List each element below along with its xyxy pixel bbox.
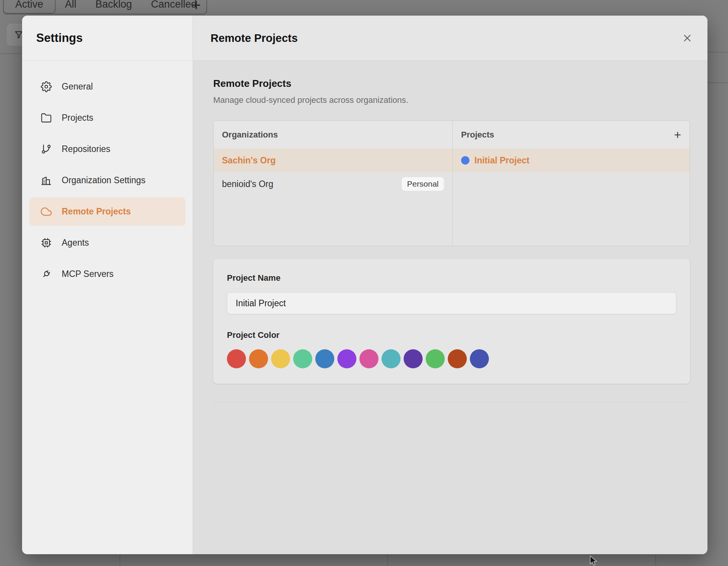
- sidebar-item-mcp-servers[interactable]: MCP Servers: [29, 260, 185, 288]
- section-divider: [213, 402, 690, 402]
- project-row-initial-project[interactable]: Initial Project: [453, 149, 690, 172]
- panel-title: Remote Projects: [211, 32, 298, 45]
- view-tab-bar: Active All Backlog Cancelled: [3, 0, 207, 14]
- close-button[interactable]: [679, 30, 696, 46]
- tab-backlog[interactable]: Backlog: [86, 0, 142, 14]
- color-swatch-teal[interactable]: [382, 349, 401, 368]
- projects-column: Projects + Initial Project: [453, 121, 690, 246]
- board-divider: [0, 53, 22, 54]
- section-subtitle: Manage cloud-synced projects across orga…: [213, 95, 690, 105]
- sidebar-item-label: Projects: [62, 113, 93, 123]
- panel-header: Remote Projects: [193, 16, 707, 61]
- board-column-divider: [120, 555, 120, 566]
- tab-active[interactable]: Active: [3, 0, 56, 14]
- settings-sidebar-header: Settings: [22, 16, 193, 61]
- organization-name: benioid's Org: [222, 179, 273, 189]
- plug-icon: [41, 269, 52, 280]
- color-swatch-mint[interactable]: [293, 349, 312, 368]
- settings-main-panel: Remote Projects Remote Projects Manage c…: [193, 16, 707, 554]
- sidebar-item-label: Remote Projects: [62, 206, 131, 217]
- settings-nav: General Projects Repositories Organizati…: [22, 61, 193, 291]
- projects-column-header: Projects +: [453, 121, 690, 149]
- panel-content: Remote Projects Manage cloud-synced proj…: [193, 61, 707, 554]
- project-name-input[interactable]: [227, 292, 676, 314]
- sidebar-item-label: General: [62, 82, 93, 92]
- project-color-label: Project Color: [227, 330, 676, 340]
- organizations-column: Organizations Sachin's Org benioid's Org…: [214, 121, 453, 246]
- sidebar-item-label: Agents: [62, 238, 89, 248]
- section-title: Remote Projects: [213, 78, 690, 90]
- chip-icon: [41, 237, 52, 248]
- projects-header-label: Projects: [461, 130, 494, 140]
- add-project-button[interactable]: +: [674, 129, 681, 141]
- sidebar-item-agents[interactable]: Agents: [29, 229, 185, 257]
- board-column-divider: [387, 555, 388, 566]
- settings-title: Settings: [36, 31, 83, 45]
- cloud-icon: [41, 206, 52, 217]
- color-swatch-purple[interactable]: [404, 349, 423, 368]
- color-swatch-pink[interactable]: [359, 349, 378, 368]
- color-swatch-violet[interactable]: [337, 349, 356, 368]
- org-project-table: Organizations Sachin's Org benioid's Org…: [213, 120, 690, 246]
- sidebar-item-label: MCP Servers: [62, 269, 113, 279]
- project-color-dot: [461, 156, 469, 165]
- git-branch-icon: [41, 144, 52, 155]
- sidebar-item-remote-projects[interactable]: Remote Projects: [29, 197, 185, 226]
- gear-icon: [41, 81, 52, 92]
- sidebar-item-general[interactable]: General: [29, 72, 185, 101]
- board-column-divider: [655, 555, 656, 566]
- sidebar-item-label: Repositories: [62, 144, 110, 154]
- sidebar-item-organization-settings[interactable]: Organization Settings: [29, 166, 185, 195]
- project-name-label: Project Name: [227, 273, 676, 283]
- project-details-panel: Project Name Project Color: [213, 259, 690, 384]
- personal-badge: Personal: [402, 177, 444, 191]
- settings-sidebar: Settings General Projects Repositories O…: [22, 16, 193, 554]
- sidebar-item-repositories[interactable]: Repositories: [29, 135, 185, 163]
- color-swatch-indigo[interactable]: [470, 349, 489, 368]
- project-name: Initial Project: [474, 155, 529, 166]
- organization-name: Sachin's Org: [222, 155, 276, 166]
- color-swatch-green[interactable]: [426, 349, 445, 368]
- board-divider: [707, 52, 728, 53]
- color-swatch-orange[interactable]: [249, 349, 268, 368]
- sidebar-item-projects[interactable]: Projects: [29, 104, 185, 132]
- sidebar-item-label: Organization Settings: [62, 175, 145, 185]
- color-swatch-yellow[interactable]: [271, 349, 290, 368]
- close-icon: [682, 32, 693, 44]
- organizations-column-header: Organizations: [214, 121, 452, 149]
- add-tab-button[interactable]: +: [192, 0, 201, 14]
- color-swatch-row: [227, 349, 676, 368]
- color-swatch-red[interactable]: [227, 349, 246, 368]
- folder-icon: [41, 112, 52, 123]
- color-swatch-blue[interactable]: [315, 349, 334, 368]
- settings-dialog: Settings General Projects Repositories O…: [22, 16, 707, 554]
- board-divider: [707, 82, 728, 83]
- building-icon: [41, 175, 52, 186]
- color-swatch-rust[interactable]: [448, 349, 467, 368]
- tab-all[interactable]: All: [56, 0, 86, 14]
- organization-row-sachins-org[interactable]: Sachin's Org: [214, 149, 452, 172]
- organization-row-benioids-org[interactable]: benioid's Org Personal: [214, 172, 452, 196]
- mouse-cursor: [589, 555, 599, 566]
- organizations-header-label: Organizations: [222, 130, 278, 140]
